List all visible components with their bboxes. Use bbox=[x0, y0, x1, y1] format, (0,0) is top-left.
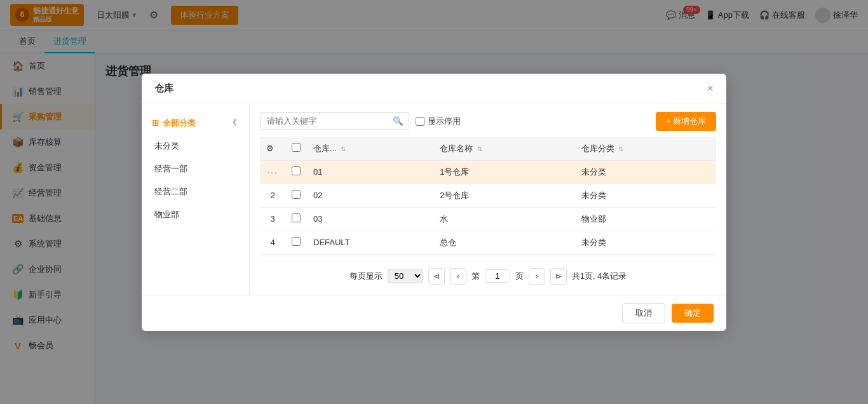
cat-uncategorized-label: 未分类 bbox=[154, 141, 179, 151]
row-checkbox[interactable] bbox=[292, 237, 301, 246]
cat-dept1-label: 经营一部 bbox=[154, 164, 187, 173]
row-checkbox-cell bbox=[285, 207, 307, 231]
modal-close-button[interactable]: × bbox=[707, 83, 714, 94]
warehouse-code: DEFAULT bbox=[307, 231, 433, 254]
search-button[interactable]: 🔍 bbox=[388, 113, 409, 129]
row-dots-menu[interactable]: ··· bbox=[267, 167, 278, 177]
cancel-button[interactable]: 取消 bbox=[622, 303, 665, 323]
show-disabled-checkbox[interactable] bbox=[416, 117, 424, 126]
col-code-label: 仓库... bbox=[313, 144, 337, 153]
sort-name-icon: ⇅ bbox=[477, 145, 482, 152]
row-checkbox[interactable] bbox=[292, 213, 301, 222]
warehouse-name: 1号仓库 bbox=[433, 160, 574, 184]
collapse-button[interactable]: 《 bbox=[226, 117, 239, 130]
prev-page-button[interactable]: ‹ bbox=[450, 268, 466, 285]
page-number-input[interactable] bbox=[485, 269, 510, 283]
search-bar: 🔍 显示停用 + 新增仓库 bbox=[260, 112, 716, 131]
warehouse-category: 未分类 bbox=[575, 160, 716, 184]
warehouse-table-wrap: ⚙ 仓库... ⇅ 仓库名称 bbox=[260, 137, 716, 255]
cat-property-label: 物业部 bbox=[154, 210, 179, 219]
category-all[interactable]: ⊞ 全部分类 《 bbox=[142, 112, 249, 135]
modal-title: 仓库 bbox=[154, 83, 173, 95]
next-page-button[interactable]: › bbox=[529, 268, 545, 285]
pagination: 每页显示 50 10 20 100 ⊲ ‹ 第 页 › ⊳ 共1页, 4条记录 bbox=[260, 260, 716, 287]
page-unit-label: 页 bbox=[515, 271, 524, 282]
first-page-button[interactable]: ⊲ bbox=[428, 268, 445, 285]
row-checkbox[interactable] bbox=[292, 166, 301, 175]
row-number: 4 bbox=[260, 231, 285, 254]
category-item-uncategorized[interactable]: 未分类 bbox=[142, 135, 249, 158]
row-checkbox-cell bbox=[285, 231, 307, 254]
table-row[interactable]: 4DEFAULT总仓未分类 bbox=[260, 231, 716, 254]
sort-cat-icon: ⇅ bbox=[618, 145, 623, 152]
col-check bbox=[285, 137, 307, 161]
modal-body: ⊞ 全部分类 《 未分类 经营一部 经营二部 物业部 bbox=[142, 104, 726, 295]
col-category: 仓库分类 ⇅ bbox=[575, 137, 716, 161]
page-label: 第 bbox=[471, 271, 480, 282]
modal-footer: 取消 确定 bbox=[142, 295, 726, 331]
last-page-button[interactable]: ⊳ bbox=[550, 268, 567, 285]
per-page-label: 每页显示 bbox=[349, 271, 383, 282]
warehouse-name: 2号仓库 bbox=[433, 184, 574, 207]
warehouse-name: 总仓 bbox=[433, 231, 574, 254]
row-checkbox[interactable] bbox=[292, 190, 301, 199]
table-row[interactable]: 303水物业部 bbox=[260, 207, 716, 231]
table-row[interactable]: ···011号仓库未分类 bbox=[260, 160, 716, 184]
col-category-label: 仓库分类 bbox=[581, 144, 614, 153]
col-code: 仓库... ⇅ bbox=[307, 137, 433, 161]
cat-dept2-label: 经营二部 bbox=[154, 187, 187, 196]
category-item-dept1[interactable]: 经营一部 bbox=[142, 158, 249, 180]
warehouse-code: 03 bbox=[307, 207, 433, 231]
table-header-row: ⚙ 仓库... ⇅ 仓库名称 bbox=[260, 137, 716, 161]
warehouse-name: 水 bbox=[433, 207, 574, 231]
row-number: 3 bbox=[260, 207, 285, 231]
table-row[interactable]: 2022号仓库未分类 bbox=[260, 184, 716, 207]
category-item-dept2[interactable]: 经营二部 bbox=[142, 180, 249, 203]
warehouse-table: ⚙ 仓库... ⇅ 仓库名称 bbox=[260, 137, 716, 255]
category-item-property[interactable]: 物业部 bbox=[142, 203, 249, 226]
row-number: 2 bbox=[260, 184, 285, 207]
warehouse-modal: 仓库 × ⊞ 全部分类 《 未分类 经营一部 经营二部 bbox=[142, 74, 726, 331]
warehouse-code: 02 bbox=[307, 184, 433, 207]
warehouse-code: 01 bbox=[307, 160, 433, 184]
col-name-label: 仓库名称 bbox=[440, 144, 473, 153]
col-name: 仓库名称 ⇅ bbox=[433, 137, 574, 161]
grid-icon: ⊞ bbox=[152, 118, 159, 128]
modal-overlay: 仓库 × ⊞ 全部分类 《 未分类 经营一部 经营二部 bbox=[0, 0, 868, 404]
row-checkbox-cell bbox=[285, 160, 307, 184]
gear-col-icon: ⚙ bbox=[266, 144, 274, 153]
show-disabled-toggle: 显示停用 bbox=[416, 116, 461, 127]
row-number: ··· bbox=[260, 160, 285, 184]
category-all-label: 全部分类 bbox=[163, 118, 196, 129]
modal-header: 仓库 × bbox=[142, 74, 726, 104]
warehouse-category: 未分类 bbox=[575, 184, 716, 207]
total-info-label: 共1页, 4条记录 bbox=[572, 271, 627, 282]
select-all-checkbox[interactable] bbox=[292, 143, 301, 152]
category-sidebar: ⊞ 全部分类 《 未分类 经营一部 经营二部 物业部 bbox=[142, 104, 250, 295]
modal-main-content: 🔍 显示停用 + 新增仓库 ⚙ bbox=[250, 104, 726, 295]
add-warehouse-button[interactable]: + 新增仓库 bbox=[656, 112, 716, 131]
per-page-select[interactable]: 50 10 20 100 bbox=[388, 269, 423, 283]
search-input-wrap: 🔍 bbox=[260, 112, 409, 130]
show-disabled-label: 显示停用 bbox=[428, 116, 461, 127]
warehouse-category: 物业部 bbox=[575, 207, 716, 231]
row-checkbox-cell bbox=[285, 184, 307, 207]
search-input[interactable] bbox=[261, 113, 388, 129]
col-gear: ⚙ bbox=[260, 137, 285, 161]
warehouse-category: 未分类 bbox=[575, 231, 716, 254]
sort-code-icon: ⇅ bbox=[341, 145, 346, 152]
confirm-button[interactable]: 确定 bbox=[672, 304, 714, 323]
